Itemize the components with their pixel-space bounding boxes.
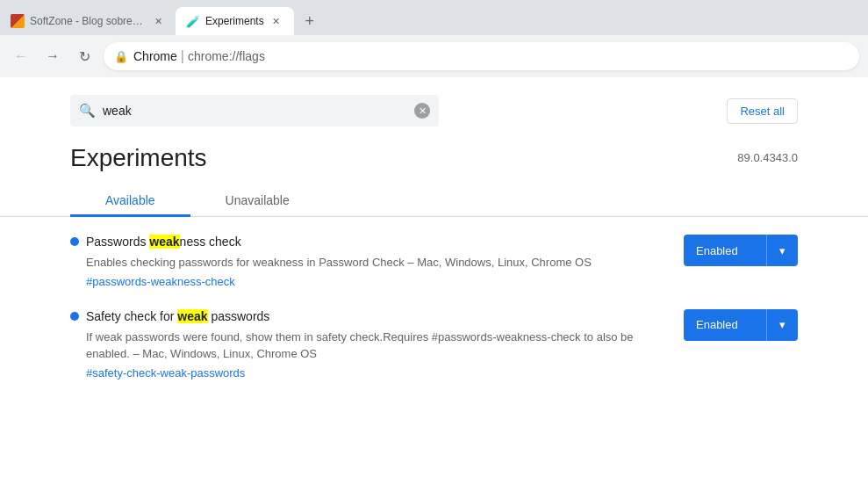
- search-icon: 🔍: [79, 103, 96, 119]
- flag-title-before: Passwords: [86, 235, 149, 249]
- flag-dropdown-value-safety-check: Enabled: [684, 318, 766, 331]
- flag-highlight-1: weak: [149, 235, 179, 249]
- softzone-favicon-icon: [11, 14, 25, 28]
- tab-unavailable[interactable]: Unavailable: [190, 186, 325, 217]
- page-title: Experiments: [70, 144, 207, 172]
- tabs-area: Available Unavailable: [0, 172, 868, 217]
- flag-enabled-dot-2: [70, 312, 79, 321]
- reload-button[interactable]: ↻: [72, 44, 97, 69]
- address-origin: Chrome: [133, 49, 177, 63]
- flags-list: Passwords weakness check Enables checkin…: [0, 217, 868, 418]
- flag-title-before-2: Safety check for: [86, 309, 177, 323]
- flag-link-passwords-weakness[interactable]: #passwords-weakness-check: [86, 275, 666, 288]
- flag-link-safety-check[interactable]: #safety-check-weak-passwords: [86, 366, 666, 380]
- flag-highlight-2: weak: [177, 309, 207, 323]
- flag-left-passwords-weakness: Passwords weakness check Enables checkin…: [70, 235, 666, 288]
- tab-softzone-title: SoftZone - Blog sobre software,: [30, 15, 146, 27]
- flag-item-safety-check: Safety check for weak passwords If weak …: [70, 309, 798, 380]
- flag-enabled-dot: [70, 237, 79, 246]
- address-separator: |: [181, 48, 184, 64]
- address-bar: ← → ↻ 🔒 Chrome | chrome://flags: [0, 35, 868, 77]
- tab-experiments[interactable]: 🧪 Experiments ✕: [176, 7, 294, 35]
- flag-dropdown-arrow-icon: ▾: [766, 235, 798, 266]
- tab-softzone[interactable]: SoftZone - Blog sobre software, ✕: [0, 7, 176, 35]
- tab-available[interactable]: Available: [70, 186, 190, 217]
- flag-dropdown-passwords-weakness[interactable]: Enabled ▾: [684, 235, 798, 266]
- tab-experiments-close-icon[interactable]: ✕: [269, 14, 283, 28]
- tab-experiments-title: Experiments: [205, 15, 264, 27]
- flag-left-safety-check: Safety check for weak passwords If weak …: [70, 309, 666, 380]
- version-text: 89.0.4343.0: [737, 151, 798, 164]
- forward-button[interactable]: →: [40, 44, 65, 69]
- flag-title-passwords-weakness: Passwords weakness check: [86, 235, 241, 249]
- reset-all-button[interactable]: Reset all: [727, 98, 798, 124]
- flag-title-row-2: Safety check for weak passwords: [70, 309, 666, 323]
- flag-title-row: Passwords weakness check: [70, 235, 666, 249]
- address-input[interactable]: 🔒 Chrome | chrome://flags: [104, 42, 859, 70]
- search-box: 🔍 ✕: [70, 95, 439, 127]
- flag-desc-passwords-weakness: Enables checking passwords for weakness …: [86, 254, 666, 271]
- flag-dropdown-arrow-icon-2: ▾: [766, 309, 798, 341]
- page-content: 🔍 ✕ Reset all Experiments 89.0.4343.0 Av…: [0, 77, 868, 499]
- tab-softzone-close-icon[interactable]: ✕: [151, 14, 165, 28]
- flag-dropdown-value-passwords-weakness: Enabled: [684, 244, 766, 257]
- flag-desc-safety-check: If weak passwords were found, show them …: [86, 329, 666, 363]
- flag-title-middle: ness check: [180, 235, 241, 249]
- search-input[interactable]: [103, 104, 414, 118]
- flag-title-safety-check: Safety check for weak passwords: [86, 309, 269, 323]
- flag-item-passwords-weakness: Passwords weakness check Enables checkin…: [70, 235, 798, 288]
- back-button[interactable]: ←: [9, 44, 33, 69]
- new-tab-button[interactable]: +: [298, 9, 322, 33]
- search-clear-button[interactable]: ✕: [414, 103, 430, 119]
- flag-title-after-2: passwords: [208, 309, 270, 323]
- site-security-icon: 🔒: [114, 49, 128, 63]
- address-path: chrome://flags: [188, 49, 265, 63]
- tab-bar: SoftZone - Blog sobre software, ✕ 🧪 Expe…: [0, 0, 868, 35]
- experiments-header: Experiments 89.0.4343.0: [0, 135, 868, 172]
- flag-dropdown-safety-check[interactable]: Enabled ▾: [684, 309, 798, 341]
- search-area: 🔍 ✕ Reset all: [0, 77, 868, 135]
- experiments-favicon-icon: 🧪: [186, 14, 200, 28]
